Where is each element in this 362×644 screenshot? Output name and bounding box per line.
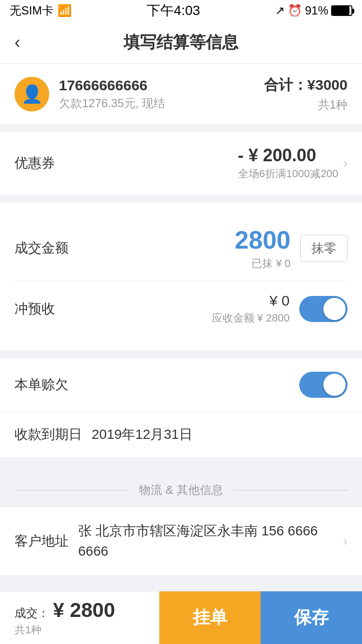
separator-1	[0, 350, 362, 358]
address-content: 张 北京市市辖区海淀区永丰南 156 6666 6666	[78, 521, 343, 561]
coupon-label: 优惠券	[14, 154, 55, 172]
address-label: 客户地址	[14, 532, 69, 550]
user-total: 合计：¥3000 共1种	[264, 75, 348, 112]
pre-receive-sub: 应收金额 ¥ 2800	[212, 311, 290, 325]
avatar-icon: 👤	[21, 84, 43, 104]
bottom-summary-line1: 成交： ¥ 2800	[14, 599, 145, 622]
logistics-label: 物流 & 其他信息	[139, 482, 223, 498]
content-area: 👤 17666666666 欠款1276.35元, 现结 合计：¥3000 共1…	[0, 64, 362, 644]
amount-number-group: 2800 已抹 ¥ 0	[235, 225, 291, 271]
save-button[interactable]: 保存	[261, 591, 362, 644]
item-count: 共1种	[264, 97, 348, 112]
page-title: 填写结算等信息	[124, 31, 238, 54]
bottom-count: 共1种	[14, 623, 145, 637]
status-time: 下午4:03	[147, 1, 200, 20]
coupon-amount: - ¥ 200.00	[238, 145, 338, 166]
avatar: 👤	[14, 77, 49, 112]
pre-receive-value: ¥ 0	[212, 293, 290, 309]
amount-value-group: 2800 已抹 ¥ 0 抹零	[235, 225, 348, 271]
divider-line-right	[233, 490, 348, 490]
status-bar: 无SIM卡 📶 下午4:03 ↗ ⏰ 91%	[0, 0, 362, 21]
user-left: 👤 17666666666 欠款1276.35元, 现结	[14, 77, 165, 112]
bottom-summary: 成交： ¥ 2800 共1种	[0, 599, 159, 637]
battery-percent: 91%	[305, 4, 328, 17]
debt-section: 本单赊欠 收款到期日 2019年12月31日	[0, 358, 362, 457]
coupon-desc: 全场6折满1000减200	[238, 167, 338, 181]
user-debt: 欠款1276.35元, 现结	[59, 96, 165, 111]
bottom-bar: 成交： ¥ 2800 共1种 挂单 保存	[0, 591, 362, 644]
back-button[interactable]: ‹	[14, 28, 25, 57]
round-zero-button[interactable]: 抹零	[300, 235, 348, 262]
debt-row: 本单赊欠	[0, 358, 362, 411]
carrier-text: 无SIM卡	[10, 3, 54, 18]
separator-2	[0, 465, 362, 473]
pre-receive-toggle[interactable]	[299, 296, 348, 322]
debt-toggle[interactable]	[299, 372, 348, 398]
coupon-right: - ¥ 200.00 全场6折满1000减200 ›	[238, 145, 348, 181]
hang-order-button[interactable]: 挂单	[159, 591, 261, 644]
nav-bar: ‹ 填写结算等信息	[0, 21, 362, 64]
amount-section: 成交金额 2800 已抹 ¥ 0 抹零 冲预收 ¥ 0 应收金额 ¥ 2800	[0, 202, 362, 350]
divider-line-left	[14, 490, 129, 490]
alarm-icon: ⏰	[288, 4, 302, 17]
coupon-info: - ¥ 200.00 全场6折满1000减200	[238, 145, 338, 181]
pre-receive-label: 冲预收	[14, 300, 55, 318]
address-chevron-icon: ›	[343, 533, 348, 549]
location-icon: ↗	[275, 4, 285, 17]
battery-icon	[331, 5, 352, 16]
pre-receive-value-group: ¥ 0 应收金额 ¥ 2800	[212, 293, 290, 325]
amount-label: 成交金额	[14, 239, 69, 257]
amount-row: 成交金额 2800 已抹 ¥ 0 抹零	[14, 216, 348, 280]
logistics-divider: 物流 & 其他信息	[0, 473, 362, 507]
user-info-row: 👤 17666666666 欠款1276.35元, 现结 合计：¥3000 共1…	[0, 64, 362, 124]
due-date-label: 收款到期日	[14, 425, 82, 444]
amount-sub: 已抹 ¥ 0	[235, 256, 291, 271]
pre-receive-right: ¥ 0 应收金额 ¥ 2800	[212, 293, 348, 325]
pre-receive-row: 冲预收 ¥ 0 应收金额 ¥ 2800	[14, 280, 348, 337]
address-row[interactable]: 客户地址 张 北京市市辖区海淀区永丰南 156 6666 6666 ›	[0, 507, 362, 575]
wifi-icon: 📶	[57, 4, 72, 17]
status-right: ↗ ⏰ 91%	[275, 4, 352, 17]
user-details: 17666666666 欠款1276.35元, 现结	[59, 77, 165, 111]
amount-value: 2800	[235, 225, 291, 254]
total-amount: 合计：¥3000	[264, 75, 348, 95]
bottom-amount: ¥ 2800	[53, 599, 115, 621]
bottom-label: 成交：	[14, 606, 49, 619]
coupon-row[interactable]: 优惠券 - ¥ 200.00 全场6折满1000减200 ›	[0, 132, 362, 195]
due-date-row: 收款到期日 2019年12月31日	[0, 411, 362, 457]
coupon-chevron-icon: ›	[343, 155, 348, 171]
user-phone: 17666666666	[59, 77, 165, 94]
status-left: 无SIM卡 📶	[10, 3, 72, 18]
due-date-value: 2019年12月31日	[92, 425, 193, 444]
debt-label: 本单赊欠	[14, 376, 69, 394]
